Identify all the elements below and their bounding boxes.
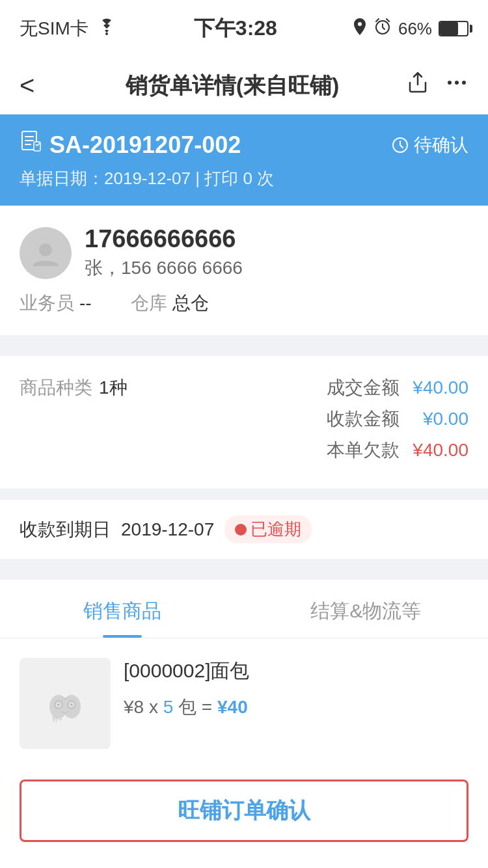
svg-text:野+: 野+ — [52, 716, 62, 723]
product-list: 野+ [0000002]面包 ¥8 x 5 包 = ¥40 — [0, 638, 488, 768]
product-type-label: 商品种类 — [20, 375, 92, 400]
received-amount-label: 收款金额 — [327, 407, 400, 431]
avatar — [20, 227, 72, 279]
tabs-section: 销售商品 结算&物流等 野+ — [0, 580, 488, 768]
tab-settlement-label: 结算&物流等 — [310, 600, 421, 621]
svg-point-8 — [39, 243, 52, 256]
svg-point-0 — [105, 33, 108, 35]
tab-sales-products-label: 销售商品 — [83, 600, 161, 621]
tabs-header: 销售商品 结算&物流等 — [0, 580, 488, 638]
customer-section: 17666666666 张，156 6666 6666 业务员 -- 仓库 总仓 — [0, 206, 488, 335]
bottom-bar: 旺铺订单确认 — [0, 766, 488, 868]
tab-sales-products[interactable]: 销售商品 — [0, 580, 244, 638]
salesperson-label: 业务员 — [20, 291, 74, 316]
product-thumbnail: 野+ — [20, 658, 111, 749]
svg-point-16 — [70, 703, 73, 706]
warehouse-item: 仓库 总仓 — [131, 291, 209, 316]
balance-label: 本单欠款 — [327, 438, 400, 463]
salesperson-value: -- — [79, 293, 92, 314]
nav-actions — [406, 71, 468, 100]
svg-point-15 — [57, 703, 60, 706]
summary-right: 成交金额 ¥40.00 收款金额 ¥0.00 本单欠款 ¥40.00 — [327, 375, 468, 469]
svg-point-3 — [455, 81, 459, 85]
summary-section: 商品种类 1种 成交金额 ¥40.00 收款金额 ¥0.00 本单欠款 ¥40.… — [0, 356, 488, 489]
customer-info: 17666666666 张，156 6666 6666 — [85, 225, 243, 280]
warehouse-value: 总仓 — [172, 291, 209, 316]
customer-meta: 业务员 -- 仓库 总仓 — [20, 291, 468, 316]
transaction-amount-value: ¥40.00 — [413, 377, 468, 398]
product-type-value: 1种 — [99, 375, 128, 400]
balance-value: ¥40.00 — [413, 440, 468, 461]
product-equals: = — [202, 697, 217, 717]
status-time: 下午3:28 — [194, 14, 277, 43]
back-button[interactable]: < — [20, 71, 59, 100]
product-item: 野+ [0000002]面包 ¥8 x 5 包 = ¥40 — [20, 658, 468, 749]
order-header-card: SA-20191207-002 待确认 单据日期：2019-12-07 | 打印… — [0, 115, 488, 206]
confirm-button-label: 旺铺订单确认 — [178, 796, 310, 826]
due-date-label: 收款到期日 — [20, 517, 111, 542]
battery-icon — [439, 21, 468, 36]
more-icon[interactable] — [445, 71, 468, 100]
location-icon — [353, 18, 367, 40]
overdue-text: 已逾期 — [251, 518, 301, 541]
warehouse-label: 仓库 — [131, 291, 167, 316]
order-id: SA-20191207-002 — [20, 130, 241, 159]
product-qty: 5 — [163, 697, 174, 717]
summary-left: 商品种类 1种 — [20, 375, 128, 400]
divider-1 — [0, 346, 488, 356]
order-status-badge: 待确认 — [392, 133, 468, 157]
product-info: [0000002]面包 ¥8 x 5 包 = ¥40 — [124, 658, 468, 720]
product-unit: 包 — [178, 697, 197, 717]
status-right: 66% — [353, 18, 468, 40]
product-unit-price: ¥8 — [124, 697, 144, 717]
product-type-item: 商品种类 1种 — [20, 375, 128, 400]
share-icon[interactable] — [406, 71, 429, 100]
customer-phone: 17666666666 — [85, 225, 243, 253]
status-bar: 无SIM卡 下午3:28 66% — [0, 0, 488, 57]
transaction-amount-row: 成交金额 ¥40.00 — [327, 375, 468, 400]
battery-percent: 66% — [398, 19, 432, 39]
nav-bar: < 销货单详情(来自旺铺) — [0, 57, 488, 115]
svg-point-4 — [462, 81, 466, 85]
order-status-text: 待确认 — [414, 133, 468, 157]
svg-point-2 — [448, 81, 452, 85]
divider-2 — [0, 559, 488, 569]
received-amount-row: 收款金额 ¥0.00 — [327, 407, 468, 431]
status-left: 无SIM卡 — [20, 16, 118, 41]
tab-settlement[interactable]: 结算&物流等 — [244, 580, 488, 638]
balance-row: 本单欠款 ¥40.00 — [327, 438, 468, 463]
carrier-text: 无SIM卡 — [20, 16, 88, 41]
product-price: ¥8 x 5 包 = ¥40 — [124, 695, 468, 720]
due-section: 收款到期日 2019-12-07 已逾期 — [0, 499, 488, 559]
due-date-value: 2019-12-07 — [121, 519, 214, 540]
invoice-icon — [20, 130, 43, 159]
salesperson-item: 业务员 -- — [20, 291, 92, 316]
page-title: 销货单详情(来自旺铺) — [126, 71, 340, 101]
wifi-icon — [95, 18, 118, 40]
product-multiply: x — [149, 697, 163, 717]
confirm-button[interactable]: 旺铺订单确认 — [20, 780, 468, 842]
order-date: 单据日期：2019-12-07 | 打印 0 次 — [20, 167, 468, 190]
overdue-dot — [235, 524, 247, 536]
received-amount-value: ¥0.00 — [423, 409, 468, 429]
alarm-icon — [373, 18, 392, 40]
overdue-badge: 已逾期 — [224, 515, 312, 543]
customer-name: 张，156 6666 6666 — [85, 256, 243, 280]
product-total: ¥40 — [217, 697, 248, 717]
product-name: [0000002]面包 — [124, 658, 468, 685]
transaction-amount-label: 成交金额 — [327, 375, 400, 400]
